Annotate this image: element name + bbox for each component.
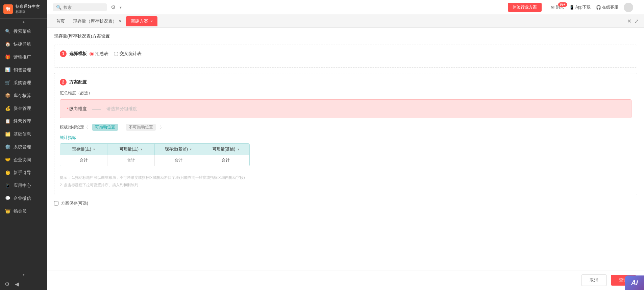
sidebar-collapse-icon[interactable]: ◀ [15, 281, 19, 287]
sidebar-nav: 🔍 搜索菜单 🏠 快捷导航 🎁 营销推广 📊 销售管理 🛒 采购管理 📦 库存核… [0, 25, 47, 271]
dimension-label: 纵向维度 [69, 106, 87, 112]
stat-table-body: 合计 合计 合计 合计 [60, 155, 249, 166]
sidebar-logo: 畅 畅康通好生意 标准版 [0, 0, 47, 19]
industry-btn[interactable]: 体验行业方案 [508, 3, 542, 12]
section1-title: 选择模板 [69, 51, 87, 57]
stat-table-header: 现存量(主) ▾ 可用量(主) ▾ 现存量(基辅) ▾ 可用量(基辅) ▾ [60, 144, 249, 155]
sidebar-scroll-up[interactable]: ▲ [0, 19, 47, 25]
aggregate-label: 汇总维度（必选） [60, 90, 631, 96]
dimension-placeholder: 请选择分组维度 [106, 106, 137, 112]
messages-button[interactable]: ✉ 消息 99+ [551, 4, 564, 10]
col-header-3[interactable]: 可用量(基辅) ▾ [202, 144, 249, 155]
finance-icon: 💰 [5, 105, 11, 112]
sidebar-item-search-menu[interactable]: 🔍 搜索菜单 [0, 25, 47, 38]
inventory-tab-close-icon[interactable]: × [119, 19, 121, 24]
sidebar-item-basic-info[interactable]: 🗂️ 基础信息 [0, 128, 47, 141]
col-body-0: 合计 [60, 155, 107, 166]
vip-icon: 👑 [5, 208, 11, 214]
new-scheme-tab-close-icon[interactable]: × [150, 19, 153, 24]
radio-cross[interactable]: 交叉统计表 [114, 51, 142, 57]
search-input[interactable] [64, 5, 103, 10]
non-draggable-badge: 不可拖动位置 [126, 124, 156, 131]
tip-text-1: 2. 点击标题栏下拉可设置排序、插入列和删除列 [60, 183, 138, 187]
radio-summary[interactable]: 汇总表 [90, 51, 108, 57]
tip-prefix: 提示： [60, 175, 71, 179]
sidebar-item-apps[interactable]: 📱 应用中心 [0, 179, 47, 192]
tab-inventory-status[interactable]: 现存量（库存状况表） × [68, 16, 126, 26]
sidebar-item-label: 企业协同 [14, 157, 31, 163]
tab-new-scheme[interactable]: 新建方案 × [126, 16, 157, 26]
sidebar-item-marketing[interactable]: 🎁 营销推广 [0, 51, 47, 64]
search-menu-icon: 🔍 [5, 28, 11, 34]
purchase-icon: 🛒 [5, 80, 11, 86]
sales-icon: 📊 [5, 67, 11, 73]
tip-item-1: 2. 点击标题栏下拉可设置排序、插入列和删除列 [60, 182, 631, 188]
app-download-button[interactable]: 📱 App下载 [569, 4, 591, 10]
topbar-gear-icon[interactable]: ⚙ [111, 4, 116, 10]
sidebar-item-operation[interactable]: 📋 经营管理 [0, 115, 47, 128]
tip-text-0: 1.拖动标题栏可以调整布局，不可跨维度或指标区域拖动栏目字段(只能在同一维度或指… [72, 175, 245, 179]
sidebar-item-label: 系统管理 [14, 144, 31, 150]
indicator-settings: 模板指标设定（ 可拖动位置 不可拖动位置 ） [60, 124, 631, 131]
sidebar-item-system[interactable]: ⚙️ 系统管理 [0, 141, 47, 153]
sidebar-item-wechat[interactable]: 💬 企业微信 [0, 192, 47, 205]
sidebar-item-newbie[interactable]: 👶 新手引导 [0, 166, 47, 179]
radio-summary-input[interactable] [90, 52, 94, 56]
ai-badge[interactable]: Ai [625, 275, 644, 290]
dimension-separator: —— [92, 106, 101, 112]
sidebar-scroll-down[interactable]: ▼ [0, 271, 47, 278]
radio-cross-label: 交叉统计表 [120, 51, 142, 57]
sidebar-item-cooperation[interactable]: 🤝 企业协同 [0, 153, 47, 166]
dimension-required-mark: * [67, 106, 69, 112]
footer-bar: 取消 查询 [47, 270, 644, 290]
sidebar-item-quick-nav[interactable]: 🏠 快捷导航 [0, 38, 47, 51]
dimension-selector[interactable]: * 纵向维度 —— 请选择分组维度 [60, 99, 631, 118]
topbar-dropdown-icon[interactable]: ▾ [120, 5, 122, 10]
cancel-button[interactable]: 取消 [581, 274, 607, 286]
tab-expand-icon[interactable]: ⤢ [634, 18, 639, 24]
sidebar-item-finance[interactable]: 💰 资金管理 [0, 102, 47, 115]
col-body-1: 合计 [107, 155, 155, 166]
service-icon: 🎧 [596, 5, 601, 10]
section2-title: 方案配置 [69, 79, 87, 85]
avatar [624, 3, 633, 12]
app-download-label: App下载 [575, 4, 591, 10]
online-service-button[interactable]: 🎧 在线客服 [596, 4, 618, 10]
col-header-0[interactable]: 现存量(主) ▾ [60, 144, 107, 155]
inventory-icon: 📦 [5, 93, 11, 99]
sidebar-item-sales[interactable]: 📊 销售管理 [0, 64, 47, 76]
col-header-3-chevron: ▾ [238, 147, 239, 151]
tab-close-window-icon[interactable]: ✕ [627, 18, 631, 24]
message-icon: ✉ [551, 5, 554, 10]
tip-item-0: 提示： 1.拖动标题栏可以调整布局，不可跨维度或指标区域拖动栏目字段(只能在同一… [60, 175, 631, 181]
col-header-1[interactable]: 可用量(主) ▾ [107, 144, 155, 155]
save-checkbox[interactable] [54, 201, 58, 206]
stat-table: 现存量(主) ▾ 可用量(主) ▾ 现存量(基辅) ▾ 可用量(基辅) ▾ [60, 143, 250, 166]
app-name-block: 畅康通好生意 标准版 [16, 4, 40, 14]
tips-section: 提示： 1.拖动标题栏可以调整布局，不可跨维度或指标区域拖动栏目字段(只能在同一… [60, 175, 631, 188]
basic-info-icon: 🗂️ [5, 131, 11, 137]
sidebar-item-purchase[interactable]: 🛒 采购管理 [0, 76, 47, 89]
col-header-2[interactable]: 现存量(基辅) ▾ [155, 144, 202, 155]
sidebar-item-label: 企业微信 [14, 195, 31, 201]
new-scheme-tab-label: 新建方案 [131, 18, 148, 24]
col-header-2-label: 现存量(基辅) [165, 146, 188, 152]
sidebar-settings-icon[interactable]: ⚙ [5, 281, 9, 287]
radio-summary-label: 汇总表 [95, 51, 108, 57]
search-icon: 🔍 [56, 5, 61, 10]
sidebar-item-vip[interactable]: 👑 畅会员 [0, 205, 47, 218]
section1-header: 1 选择模板 汇总表 交叉统计表 [60, 50, 631, 57]
app-logo-icon: 畅 [3, 4, 13, 14]
col-body-3: 合计 [202, 155, 249, 166]
operation-icon: 📋 [5, 118, 11, 124]
stat-section-label: 统计指标 [60, 135, 631, 141]
sidebar-item-label: 库存核算 [14, 93, 31, 99]
sidebar-item-inventory[interactable]: 📦 库存核算 [0, 89, 47, 102]
topbar-search-box[interactable]: 🔍 [53, 3, 107, 11]
service-label: 在线客服 [602, 4, 618, 10]
newbie-icon: 👶 [5, 170, 11, 176]
radio-cross-input[interactable] [114, 52, 118, 56]
sidebar: 畅 畅康通好生意 标准版 ▲ 🔍 搜索菜单 🏠 快捷导航 🎁 营销推广 📊 销售… [0, 0, 47, 290]
tab-home[interactable]: 首页 [53, 16, 68, 26]
main-area: 🔍 ⚙ ▾ 体验行业方案 ✉ 消息 99+ 📱 App下载 🎧 在线客服 [47, 0, 644, 290]
